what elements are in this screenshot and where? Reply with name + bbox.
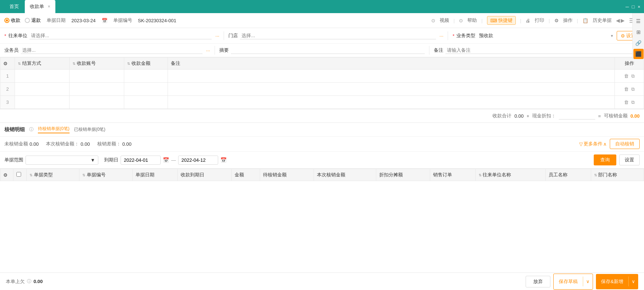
- video-btn[interactable]: 视频: [440, 17, 449, 24]
- window-maximize-icon[interactable]: □: [632, 4, 635, 9]
- date-from-input[interactable]: [121, 156, 161, 165]
- range-select[interactable]: ▼: [25, 156, 98, 165]
- bt-col-dept: ⇅ 部门名称: [591, 169, 644, 181]
- save-draft-arrow-icon[interactable]: ∨: [583, 277, 593, 286]
- party-input[interactable]: [30, 32, 212, 39]
- row-1-amount[interactable]: [124, 70, 168, 83]
- discount-input[interactable]: [559, 112, 595, 119]
- toolbar-divider4: |: [549, 18, 550, 23]
- row-2-account[interactable]: [70, 83, 124, 96]
- row-1-copy-icon[interactable]: ⧉: [631, 73, 635, 79]
- remark-input[interactable]: [445, 47, 640, 54]
- save-new-arrow-icon[interactable]: ∨: [628, 277, 638, 286]
- table-col-settings[interactable]: ⚙: [0, 58, 15, 70]
- rp-table-icon[interactable]: ☰: [633, 16, 644, 26]
- bt-col-settings[interactable]: ⚙: [0, 169, 13, 181]
- row-2-delete-icon[interactable]: 🗑: [624, 86, 629, 92]
- current-value: 0.00: [80, 141, 90, 147]
- save-draft-label: 保存草稿: [554, 276, 583, 287]
- total-label: 收款合计: [492, 113, 511, 119]
- radio-receipt[interactable]: 收款: [4, 17, 20, 24]
- window-minimize-icon[interactable]: ─: [625, 4, 629, 9]
- party-ellipsis-btn[interactable]: ···: [215, 33, 219, 39]
- nav-next-icon[interactable]: ▶: [621, 17, 625, 23]
- remark-field: 备注: [434, 47, 640, 54]
- row-2-settlement[interactable]: [15, 83, 70, 96]
- nav-tab-receipt[interactable]: 收款单 ×: [25, 0, 55, 13]
- form-row-2: 业务员 ··· 摘要 备注: [0, 44, 644, 57]
- print-label[interactable]: 打印: [535, 17, 544, 24]
- equals-sign: =: [598, 113, 601, 119]
- rp-grid-icon[interactable]: ⊞: [633, 27, 644, 37]
- unchecked-label: 未核销金额: [4, 141, 28, 147]
- bottom-info-icon[interactable]: ⓘ: [27, 278, 31, 285]
- this-order-value: 0.00: [34, 279, 43, 284]
- calendar-from-icon[interactable]: 📅: [163, 157, 169, 163]
- row-1-account[interactable]: [70, 70, 124, 83]
- row-3-remark[interactable]: [168, 96, 615, 109]
- ops-icon[interactable]: ⚙: [554, 18, 559, 23]
- row-1-remark[interactable]: [168, 70, 615, 83]
- radio-refund-dot: [25, 18, 30, 23]
- divider1: [224, 31, 224, 40]
- nav-tab-home[interactable]: 首页: [4, 0, 25, 13]
- bt-col-amount: 金额: [232, 169, 260, 181]
- receipt-type-radio-group: 收款 退款: [4, 17, 41, 24]
- row-1-delete-icon[interactable]: 🗑: [624, 73, 629, 79]
- writeoff-info-icon[interactable]: ⓘ: [29, 126, 34, 133]
- discard-btn[interactable]: 放弃: [526, 276, 550, 287]
- shop-input[interactable]: [240, 32, 436, 39]
- row-3-amount[interactable]: [124, 96, 168, 109]
- auto-offset-btn[interactable]: 自动核销: [610, 139, 640, 149]
- row-3-copy-icon[interactable]: ⧉: [631, 99, 635, 105]
- summary-input[interactable]: [231, 47, 425, 54]
- query-btn[interactable]: 查询: [594, 154, 616, 165]
- row-2-copy-icon[interactable]: ⧉: [631, 86, 635, 92]
- row-2-amount[interactable]: [124, 83, 168, 96]
- radio-refund[interactable]: 退款: [25, 17, 41, 24]
- row-1-settlement[interactable]: [15, 70, 70, 83]
- biz-type-dropdown-icon[interactable]: ▼: [610, 34, 614, 38]
- window-close-icon[interactable]: ×: [637, 4, 640, 9]
- shortcut-btn[interactable]: ⌨ 快捷键: [487, 16, 516, 25]
- summary-label: 摘要: [219, 47, 229, 54]
- filter-actions: 查询 设置: [594, 154, 640, 165]
- row-2-remark[interactable]: [168, 83, 615, 96]
- calendar-to-icon[interactable]: 📅: [220, 157, 227, 163]
- biz-required: *: [452, 33, 454, 39]
- table-col-ops: 操作: [615, 58, 644, 70]
- shortcut-icon: ⌨: [490, 18, 497, 23]
- rp-link-icon[interactable]: 🔗: [633, 38, 644, 48]
- divider3: [215, 46, 215, 55]
- row-3-delete-icon[interactable]: 🗑: [624, 99, 629, 105]
- bt-col-checkbox[interactable]: [13, 169, 27, 181]
- bt-select-all[interactable]: [16, 172, 21, 177]
- window-controls: ─ □ ×: [625, 4, 640, 9]
- settings-icon: ⚙: [621, 33, 625, 39]
- current-label: 本次核销金额：: [46, 141, 79, 147]
- staff-input[interactable]: [21, 47, 203, 54]
- pending-tab[interactable]: 待核销单据(0笔): [38, 126, 70, 133]
- history-icon[interactable]: 📋: [582, 18, 588, 23]
- bt-col-staff: 员工名称: [546, 169, 591, 181]
- filter-settings-btn[interactable]: 设置: [619, 154, 640, 165]
- help-btn[interactable]: 帮助: [467, 17, 477, 24]
- row-3-settlement[interactable]: [15, 96, 70, 109]
- date-to-input[interactable]: [178, 156, 218, 165]
- nav-tab-close-icon[interactable]: ×: [48, 4, 50, 9]
- ops-label[interactable]: 操作: [563, 17, 573, 24]
- rp-capture-icon[interactable]: ⬛: [633, 49, 644, 59]
- nav-prev-icon[interactable]: ◀: [616, 17, 620, 23]
- staff-ellipsis-btn[interactable]: ···: [206, 48, 210, 53]
- table-row: 1 🗑 ⧉: [0, 70, 644, 83]
- shop-ellipsis-btn[interactable]: ···: [440, 33, 444, 39]
- save-draft-btn[interactable]: 保存草稿 ∨: [553, 274, 593, 290]
- calendar-icon[interactable]: 📅: [102, 18, 107, 23]
- print-icon[interactable]: 🖨: [526, 18, 530, 23]
- save-new-btn[interactable]: 保存&新增 ∨: [596, 274, 638, 289]
- done-tab[interactable]: 已核销单据(0笔): [74, 126, 106, 133]
- row-3-account[interactable]: [70, 96, 124, 109]
- more-conditions-btn[interactable]: ▽ 更多条件 ∧: [579, 141, 607, 147]
- settlement-header: 结算方式: [22, 60, 41, 66]
- history-label[interactable]: 历史单据: [593, 17, 612, 24]
